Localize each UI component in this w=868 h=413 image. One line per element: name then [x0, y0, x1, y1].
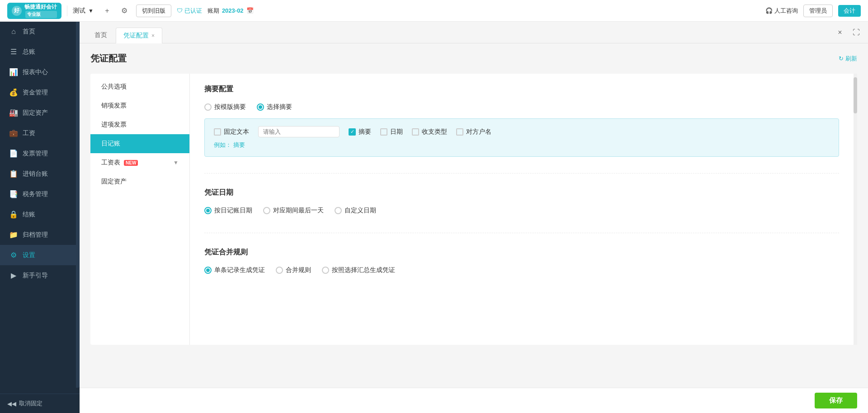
config-content: 摘要配置 按模版摘要 选择摘要 — [190, 74, 854, 345]
switch-version-button[interactable]: 切到旧版 — [136, 5, 171, 17]
page-title: 凭证配置 — [90, 52, 127, 65]
checkbox-summary[interactable]: ✓ 摘要 — [349, 128, 371, 136]
checkbox-box-fixed-text — [214, 128, 221, 136]
project-selector[interactable]: 测试 ▼ — [73, 7, 94, 15]
sidebar-item-archive[interactable]: 📁 归档管理 — [0, 225, 80, 245]
config-nav-journal[interactable]: 日记账 — [90, 134, 189, 153]
fund-icon: 💰 — [9, 88, 18, 97]
radio-daily[interactable]: 按日记账日期 — [204, 206, 252, 215]
radio-circle-select-merge — [322, 267, 329, 274]
sidebar-item-label: 税务管理 — [23, 190, 48, 198]
radio-select[interactable]: 选择摘要 — [257, 103, 292, 111]
sidebar-item-label: 资金管理 — [23, 89, 48, 97]
checkbox-income-type[interactable]: 收支类型 — [412, 128, 447, 136]
date-section-title: 凭证日期 — [204, 188, 839, 197]
topbar-right: 🎧 人工咨询 管理员 会计 — [765, 5, 861, 17]
checkbox-date[interactable]: 日期 — [380, 128, 403, 136]
tab-bar-actions: × ⛶ — [834, 26, 863, 39]
sidebar-item-invoice[interactable]: 📄 发票管理 — [0, 143, 80, 164]
scrollbar-track[interactable] — [854, 74, 857, 345]
page-title-row: 凭证配置 ↻ 刷新 — [90, 52, 857, 65]
cancel-fixed-button[interactable]: ◀◀ 取消固定 — [7, 399, 72, 408]
radio-custom-date[interactable]: 自定义日期 — [335, 206, 376, 215]
user-button[interactable]: 管理员 — [803, 5, 833, 17]
calendar-icon[interactable]: 📅 — [246, 7, 254, 14]
radio-circle-period-last — [263, 207, 270, 214]
radio-period-last[interactable]: 对应期间最后一天 — [263, 206, 324, 215]
page-content: 凭证配置 ↻ 刷新 公共选项 销项发票 — [80, 43, 868, 388]
tab-close-icon[interactable]: × — [151, 33, 155, 39]
sidebar-item-label: 进销台账 — [23, 170, 48, 178]
sidebar-item-label: 总账 — [23, 48, 35, 56]
checkbox-counterpart[interactable]: 对方户名 — [456, 128, 491, 136]
tab-voucher-config[interactable]: 凭证配置 × — [116, 28, 162, 43]
radio-circle-merge — [276, 267, 283, 274]
settings-icon: ⚙ — [9, 251, 18, 259]
sidebar-item-tax[interactable]: 📑 税务管理 — [0, 184, 80, 204]
sidebar-item-close[interactable]: 🔒 结账 — [0, 204, 80, 225]
merge-section-title: 凭证合并规则 — [204, 248, 839, 257]
example-text: 例如： 摘要 — [214, 141, 830, 149]
sidebar-item-settings[interactable]: ⚙ 设置 — [0, 245, 80, 265]
fullscreen-button[interactable]: ⛶ — [850, 26, 863, 39]
config-nav-purchase[interactable]: 进项发票 — [90, 115, 189, 134]
checkbox-fixed-text[interactable]: 固定文本 — [214, 128, 249, 136]
headset-icon: 🎧 — [765, 7, 773, 14]
checkbox-box-counterpart — [456, 128, 463, 136]
add-button[interactable]: + — [101, 5, 113, 17]
save-button[interactable]: 保存 — [815, 393, 857, 408]
sidebar-item-label: 新手引导 — [23, 272, 48, 280]
new-badge: NEW — [124, 160, 138, 166]
radio-merge[interactable]: 合并规则 — [276, 266, 311, 274]
consult-button[interactable]: 🎧 人工咨询 — [765, 7, 798, 15]
close-books-icon: 🔒 — [9, 210, 18, 219]
pin-icon: ◀◀ — [7, 400, 16, 407]
main-layout: ⌂ 首页 ☰ 总账 📊 报表中心 💰 资金管理 🏭 固定资产 💼 工资 — [0, 22, 868, 413]
sidebar-item-label: 首页 — [23, 28, 35, 36]
sidebar-item-home[interactable]: ⌂ 首页 — [0, 22, 80, 42]
refresh-button[interactable]: ↻ 刷新 — [839, 55, 857, 63]
sales-ledger-icon: 📋 — [9, 169, 18, 178]
sidebar-item-sales-ledger[interactable]: 📋 进销台账 — [0, 164, 80, 184]
topbar-divider — [67, 5, 67, 16]
expand-icon: ▼ — [173, 160, 179, 166]
date-radio-group: 按日记账日期 对应期间最后一天 自定义日期 — [204, 206, 839, 215]
date-section: 凭证日期 按日记账日期 对应期间最后一天 — [204, 188, 839, 233]
sidebar-item-guide[interactable]: ▶ 新手引导 — [0, 265, 80, 286]
summary-options-row: 固定文本 ✓ 摘要 — [214, 126, 830, 137]
close-tab-button[interactable]: × — [834, 26, 846, 39]
tab-home[interactable]: 首页 — [87, 27, 115, 43]
sidebar-item-label: 结账 — [23, 211, 35, 219]
checkbox-box-date — [380, 128, 387, 136]
summary-section-title: 摘要配置 — [204, 84, 839, 94]
radio-template[interactable]: 按模版摘要 — [204, 103, 246, 111]
radio-select-merge[interactable]: 按照选择汇总生成凭证 — [322, 266, 395, 274]
content-area: 首页 凭证配置 × × ⛶ 凭证配置 ↻ 刷新 — [80, 22, 868, 413]
radio-circle-single — [204, 267, 212, 274]
sidebar-item-ledger[interactable]: ☰ 总账 — [0, 42, 80, 62]
config-nav-fixed-assets[interactable]: 固定资产 — [90, 172, 189, 191]
config-nav-salary-table[interactable]: 工资表 NEW ▼ — [90, 153, 189, 172]
sidebar-item-fixed-assets[interactable]: 🏭 固定资产 — [0, 103, 80, 123]
fixed-assets-icon: 🏭 — [9, 108, 18, 117]
sidebar-item-salary[interactable]: 💼 工资 — [0, 123, 80, 143]
tax-icon: 📑 — [9, 190, 18, 198]
config-nav-public[interactable]: 公共选项 — [90, 77, 189, 96]
settings-button[interactable]: ⚙ — [118, 5, 131, 17]
logo-text: 畅捷通好会计 专业版 — [24, 3, 57, 18]
radio-single[interactable]: 单条记录生成凭证 — [204, 266, 265, 274]
sidebar-item-label: 报表中心 — [23, 68, 48, 76]
topbar: 好 畅捷通好会计 专业版 测试 ▼ + ⚙ 切到旧版 🛡 已认证 账期 2023… — [0, 0, 868, 22]
sidebar-scroll: ⌂ 首页 ☰ 总账 📊 报表中心 💰 资金管理 🏭 固定资产 💼 工资 — [0, 22, 80, 394]
checkbox-box-income-type — [412, 128, 419, 136]
logo: 好 畅捷通好会计 专业版 — [7, 3, 61, 19]
fixed-text-input[interactable] — [258, 126, 340, 137]
chevron-down-icon: ▼ — [88, 8, 94, 14]
sidebar-item-fund[interactable]: 💰 资金管理 — [0, 82, 80, 103]
accountant-button[interactable]: 会计 — [838, 5, 861, 17]
merge-section: 凭证合并规则 单条记录生成凭证 合并规则 — [204, 248, 839, 292]
tab-bar: 首页 凭证配置 × × ⛶ — [80, 22, 868, 43]
scrollbar-thumb — [854, 77, 857, 113]
sidebar-item-report[interactable]: 📊 报表中心 — [0, 62, 80, 82]
config-nav-sales[interactable]: 销项发票 — [90, 96, 189, 115]
